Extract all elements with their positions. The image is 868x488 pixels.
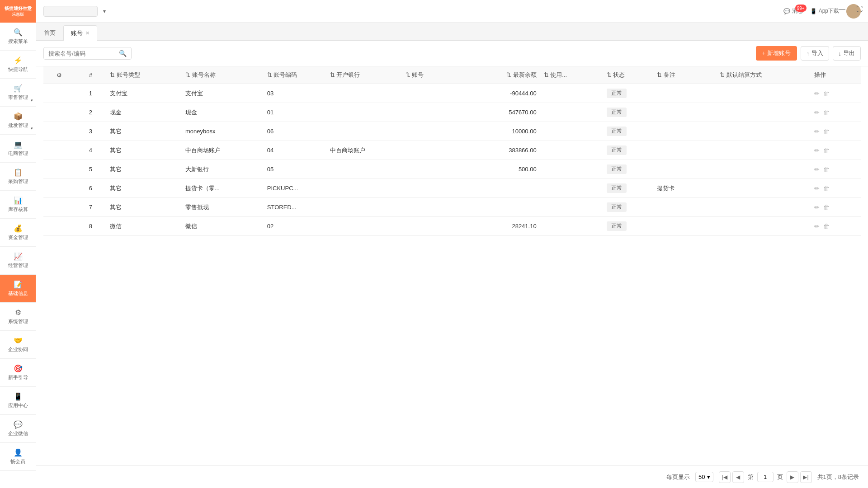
import-button[interactable]: ↑ 导入 [801,46,829,61]
next-page-button[interactable]: ▶ [787,471,798,483]
cell-bank-7 [326,217,402,236]
th-default-settlement[interactable]: ⇅ 默认结算方式 [716,66,811,84]
edit-button-4[interactable]: ✏ [814,166,820,173]
delete-button-3[interactable]: 🗑 [823,147,830,154]
finance-icon: 💰 [14,224,23,233]
sidebar-item-ecommerce[interactable]: 💻 电商管理 [0,135,36,163]
delete-button-4[interactable]: 🗑 [823,166,830,173]
th-balance[interactable]: ⇅ 最新余额 [465,66,540,84]
tab-account[interactable]: 账号 ✕ [63,25,97,41]
edit-button-0[interactable]: ✏ [814,90,820,97]
cell-action-7: ✏ 🗑 [811,217,861,236]
add-account-button[interactable]: + 新增账号 [756,46,797,61]
th-bank[interactable]: ⇅ 开户银行 [326,66,402,84]
cell-default-5 [716,179,811,198]
sidebar-item-guide[interactable]: 🎯 新手引导 [0,359,36,387]
last-page-button[interactable]: ▶| [800,471,812,483]
sidebar-item-wholesale[interactable]: 📦 批发管理 [0,107,36,135]
sidebar-label-inventory: 库存核算 [8,206,28,213]
delete-button-2[interactable]: 🗑 [823,128,830,135]
sidebar-item-retail[interactable]: 🛒 零售管理 [0,79,36,107]
edit-button-7[interactable]: ✏ [814,223,820,230]
th-account[interactable]: ⇅ 账号 [402,66,465,84]
edit-button-3[interactable]: ✏ [814,147,820,154]
edit-button-2[interactable]: ✏ [814,128,820,135]
tab-account-label: 账号 [71,29,83,38]
status-badge: 正常 [607,127,627,136]
page-size-select[interactable]: 50 ▾ [695,472,713,482]
cell-type-3: 其它 [106,141,182,160]
sidebar-item-app-center[interactable]: 📱 应用中心 [0,387,36,415]
sidebar-item-member[interactable]: 👤 畅会员 [0,443,36,471]
cell-balance-0: -90444.00 [465,84,540,103]
topbar-dropdown[interactable]: ▾ [103,8,106,14]
th-status[interactable]: ⇅ 状态 [603,66,653,84]
phone-icon: 📱 [810,8,817,14]
purchase-icon: 📋 [14,168,23,177]
account-table-container: ⚙ # ⇅ 账号类型 ⇅ 账号名称 ⇅ 账号编码 ⇅ 开户银行 ⇅ 账号 ⇅ 最… [36,66,868,465]
th-note[interactable]: ⇅ 备注 [653,66,716,84]
th-type[interactable]: ⇅ 账号类型 [106,66,182,84]
window-controls: — ⛶ [834,0,868,18]
wholesale-icon: 📦 [14,112,23,121]
table-row: 1 支付宝 支付宝 03 -90444.00 正常 ✏ 🗑 [43,84,861,103]
sidebar-item-corp-wechat[interactable]: 💬 企业微信 [0,415,36,443]
account-search-box[interactable]: 🔍 [43,47,132,60]
message-button[interactable]: 💬 消息 99+ [783,7,803,15]
delete-button-0[interactable]: 🗑 [823,90,830,97]
cell-bank-4 [326,160,402,179]
prev-page-button[interactable]: ◀ [732,471,744,483]
first-page-button[interactable]: |◀ [719,471,731,483]
sidebar-item-inventory[interactable]: 📊 库存核算 [0,191,36,219]
th-name[interactable]: ⇅ 账号名称 [182,66,264,84]
cell-usage-6 [540,198,603,217]
sidebar-item-enterprise[interactable]: 🤝 企业协同 [0,331,36,359]
sidebar-label-basic-info: 基础信息 [8,290,28,297]
cell-settings-6 [43,198,75,217]
sidebar-item-basic-info[interactable]: 📝 基础信息 [0,275,36,303]
cell-index-5: 6 [75,179,107,198]
export-button[interactable]: ↓ 导出 [833,46,861,61]
search-icon: 🔍 [119,50,127,57]
cell-usage-4 [540,160,603,179]
tab-home[interactable]: 首页 [36,25,63,40]
sidebar-item-finance[interactable]: 💰 资金管理 [0,219,36,247]
delete-button-7[interactable]: 🗑 [823,223,830,230]
cell-note-3 [653,141,716,160]
sidebar-item-operations[interactable]: 📈 经营管理 [0,247,36,275]
page-number-input[interactable] [757,472,774,482]
cell-note-4 [653,160,716,179]
cell-code-2: 06 [264,122,326,141]
cell-type-1: 现金 [106,103,182,122]
edit-button-1[interactable]: ✏ [814,109,820,116]
sidebar-item-search-menu[interactable]: 🔍 搜索菜单 [0,23,36,51]
minimize-button[interactable]: — [834,0,851,18]
topbar-search-input[interactable] [43,6,98,17]
maximize-button[interactable]: ⛶ [851,0,868,18]
edit-button-6[interactable]: ✏ [814,204,820,211]
cell-settings-0 [43,84,75,103]
edit-button-5[interactable]: ✏ [814,185,820,192]
cell-action-5: ✏ 🗑 [811,179,861,198]
delete-button-5[interactable]: 🗑 [823,185,830,192]
sidebar-label-operations: 经营管理 [8,262,28,269]
sidebar-item-quick-nav[interactable]: ⚡ 快捷导航 [0,51,36,79]
cell-note-7 [653,217,716,236]
cell-note-2 [653,122,716,141]
th-settings[interactable]: ⚙ [43,66,75,84]
corp-wechat-icon: 💬 [14,420,23,429]
cell-status-7: 正常 [603,217,653,236]
account-search-input[interactable] [48,50,116,57]
th-code[interactable]: ⇅ 账号编码 [264,66,326,84]
cell-settings-5 [43,179,75,198]
delete-button-1[interactable]: 🗑 [823,109,830,116]
sidebar-item-system[interactable]: ⚙ 系统管理 [0,303,36,331]
page-total-info: 共1页，8条记录 [817,473,859,481]
message-icon: 💬 [783,8,790,14]
delete-button-6[interactable]: 🗑 [823,204,830,211]
sidebar-item-purchase[interactable]: 📋 采购管理 [0,163,36,191]
app-logo: 畅捷通好生意 乐惠版 [0,0,36,23]
th-usage[interactable]: ⇅ 使用... [540,66,603,84]
tab-account-close[interactable]: ✕ [85,30,90,36]
sidebar-label-wholesale: 批发管理 [8,122,28,129]
